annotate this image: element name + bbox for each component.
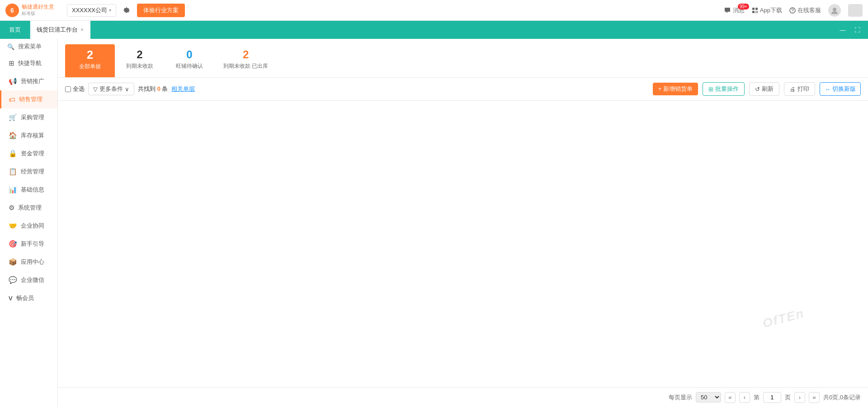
inventory-icon: 🏠	[9, 131, 17, 140]
sidebar-item-beginner[interactable]: 🎯 新手引导	[0, 235, 57, 253]
sidebar-item-capital[interactable]: 🔒 资金管理	[0, 145, 57, 163]
stat-num-all: 2	[87, 48, 93, 62]
switch-icon: ↔	[825, 86, 830, 93]
first-page-button[interactable]: «	[725, 392, 736, 403]
stat-num-overdue-out: 2	[243, 48, 249, 61]
sidebar-item-label: 库存核算	[21, 131, 44, 140]
sidebar: 🔍 搜索菜单 ⊞ 快捷导航 📢 营销推广 🏷 销售管理 🛒 采购管理 🏠 库存核…	[0, 39, 58, 407]
sidebar-item-system[interactable]: ⚙ 系统管理	[0, 199, 57, 217]
svg-rect-6	[757, 12, 758, 13]
search-icon: 🔍	[7, 43, 14, 50]
logo-area: 6 畅捷通好生意 标准版	[5, 4, 63, 17]
sidebar-item-label: 采购管理	[21, 113, 44, 122]
svg-rect-1	[755, 8, 758, 10]
svg-rect-0	[752, 8, 755, 10]
select-all-input[interactable]	[65, 86, 71, 92]
sidebar-item-operations[interactable]: 📋 经营管理	[0, 163, 57, 181]
company-selector[interactable]: XXXXXX公司 ▾	[67, 4, 116, 17]
sidebar-item-purchase[interactable]: 🛒 采购管理	[0, 108, 57, 126]
user-menu[interactable]	[848, 4, 863, 17]
logo-text: 畅捷通好生意	[22, 4, 54, 11]
filter-button[interactable]: ▽ 更多条件 ∨	[88, 83, 134, 95]
message-button[interactable]: 消息 99+	[724, 6, 745, 14]
sidebar-item-app-center[interactable]: 📦 应用中心	[0, 253, 57, 271]
sidebar-search-button[interactable]: 🔍 搜索菜单	[0, 39, 57, 54]
stat-tab-overdue[interactable]: 2 到期未收款	[115, 44, 165, 77]
wecom-icon: 💬	[9, 276, 17, 284]
related-link[interactable]: 相关单据	[171, 85, 195, 93]
sidebar-item-label: 销售管理	[19, 95, 42, 103]
count-value: 0	[157, 85, 160, 92]
svg-rect-3	[755, 11, 756, 12]
message-badge: 99+	[738, 4, 749, 9]
stat-tab-pending[interactable]: 0 旺辅待确认	[165, 44, 214, 77]
svg-point-9	[833, 8, 836, 11]
stat-tab-overdue-out[interactable]: 2 到期未收款 已出库	[214, 44, 277, 77]
refresh-button[interactable]: ↺ 刷新	[749, 82, 779, 96]
stats-row: 2 全部单据 2 到期未收款 0 旺辅待确认 2 到期未收款 已出库	[58, 39, 868, 78]
sidebar-item-member[interactable]: V 畅会员	[0, 289, 57, 307]
stat-tab-all[interactable]: 2 全部单据	[65, 44, 115, 77]
support-label: 在线客服	[797, 6, 821, 14]
table-area	[58, 101, 868, 387]
stat-label-overdue-out: 到期未收款 已出库	[223, 62, 268, 70]
batch-icon: ⊞	[708, 86, 713, 93]
sidebar-item-label: 应用中心	[21, 258, 44, 266]
sidebar-item-label: 畅会员	[16, 294, 34, 302]
page-input[interactable]	[763, 392, 781, 403]
sales-icon: 🏷	[9, 96, 15, 103]
next-page-button[interactable]: ›	[794, 392, 805, 403]
stat-label-overdue: 到期未收款	[126, 62, 153, 70]
sidebar-item-label: 基础信息	[21, 186, 44, 194]
select-all-checkbox[interactable]: 全选	[65, 85, 85, 93]
support-button[interactable]: 在线客服	[789, 6, 821, 14]
basic-info-icon: 📊	[9, 186, 17, 194]
app-download-button[interactable]: App下载	[752, 6, 782, 14]
sidebar-item-inventory[interactable]: 🏠 库存核算	[0, 126, 57, 145]
avatar[interactable]	[828, 4, 841, 17]
batch-button[interactable]: ⊞ 批量操作	[703, 82, 745, 96]
tab-bar: 首页 钱货日清工作台 × — ⛶	[0, 21, 868, 39]
content-inner: 2 全部单据 2 到期未收款 0 旺辅待确认 2 到期未收款 已出库	[58, 39, 868, 407]
sidebar-item-label: 快捷导航	[18, 59, 42, 67]
tab-work-bench[interactable]: 钱货日清工作台 ×	[30, 21, 90, 39]
tab-maximize-button[interactable]: ⛶	[852, 24, 863, 35]
switch-version-button[interactable]: ↔ 切换新版	[820, 82, 861, 96]
logo-icon: 6	[5, 4, 19, 17]
top-header: 6 畅捷通好生意 标准版 XXXXXX公司 ▾ 体验行业方案 消息 99+	[0, 0, 868, 21]
main-content: 2 全部单据 2 到期未收款 0 旺辅待确认 2 到期未收款 已出库	[58, 39, 868, 407]
per-page-select[interactable]: 50 10 20 100	[696, 392, 721, 402]
enterprise-icon: 🤝	[9, 222, 17, 230]
print-icon: 🖨	[790, 86, 796, 93]
settings-button[interactable]	[120, 4, 133, 17]
sidebar-item-wecom[interactable]: 💬 企业微信	[0, 271, 57, 289]
prev-page-button[interactable]: ‹	[739, 392, 750, 403]
sidebar-item-label: 营销推广	[21, 77, 44, 85]
sidebar-item-enterprise[interactable]: 🤝 企业协同	[0, 217, 57, 235]
system-icon: ⚙	[9, 204, 14, 212]
sidebar-item-marketing[interactable]: 📢 营销推广	[0, 72, 57, 90]
beginner-icon: 🎯	[9, 240, 17, 248]
sidebar-item-label: 系统管理	[18, 204, 42, 212]
quick-nav-icon: ⊞	[9, 59, 14, 67]
experience-button[interactable]: 体验行业方案	[137, 4, 185, 17]
tab-minimize-button[interactable]: —	[837, 24, 848, 35]
print-button[interactable]: 🖨 打印	[784, 82, 815, 96]
sidebar-item-label: 经营管理	[21, 168, 44, 176]
refresh-icon: ↺	[755, 86, 760, 93]
new-order-button[interactable]: + 新增销货单	[653, 83, 698, 95]
sidebar-item-quick-nav[interactable]: ⊞ 快捷导航	[0, 54, 57, 72]
count-text: 共找到 0 条	[138, 85, 168, 93]
switch-label: 切换新版	[832, 85, 856, 93]
filter-icon: ▽	[93, 86, 98, 93]
sidebar-item-basic-info[interactable]: 📊 基础信息	[0, 181, 57, 199]
stat-label-pending: 旺辅待确认	[176, 62, 203, 70]
sidebar-item-sales[interactable]: 🏷 销售管理	[0, 90, 57, 108]
tab-home[interactable]: 首页	[0, 21, 30, 39]
last-page-button[interactable]: »	[809, 392, 820, 403]
batch-label: 批量操作	[715, 85, 739, 93]
app-download-label: App下载	[760, 6, 782, 14]
prev-page-icon: ‹	[744, 394, 745, 401]
tab-close-icon[interactable]: ×	[80, 27, 84, 33]
search-label: 搜索菜单	[18, 42, 42, 51]
